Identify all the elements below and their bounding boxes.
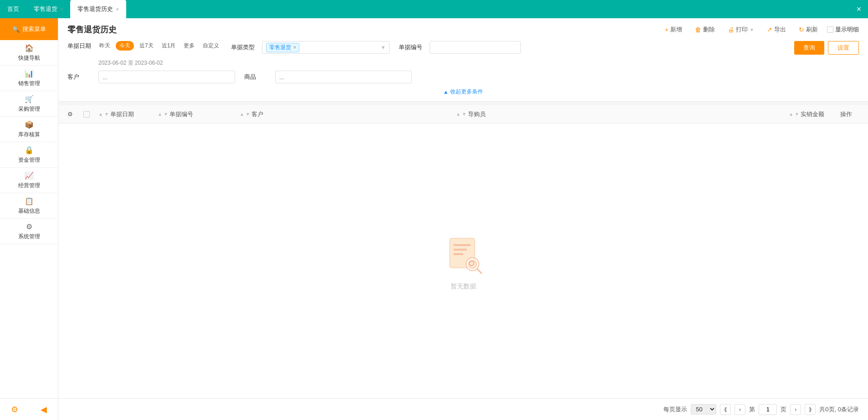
sidebar-nav: 🏠 快捷导航 📊 销售管理 🛒 采购管理 📦 库存核算 🔒 资金管理 📈 xyxy=(0,40,58,398)
refresh-button[interactable]: ↻ 刷新 xyxy=(795,24,822,36)
system-icon: ⚙ xyxy=(25,222,34,231)
sidebar-item-operation-label: 经营管理 xyxy=(18,182,40,190)
empty-state: 暂无数据 xyxy=(58,123,868,398)
delete-button[interactable]: 🗑 删除 xyxy=(691,24,719,36)
collapse-button[interactable]: ▲ 收起更多条件 xyxy=(443,88,483,96)
th-sort-amount-asc[interactable]: ▲ xyxy=(789,112,793,117)
svg-rect-3 xyxy=(453,253,463,255)
th-date-label: 单据日期 xyxy=(110,110,134,118)
date-btn-today[interactable]: 今天 xyxy=(116,41,134,51)
tab-home[interactable]: 首页 xyxy=(0,0,26,18)
delete-icon: 🗑 xyxy=(695,26,701,33)
collapse-sidebar-icon[interactable]: ◀ xyxy=(41,405,47,415)
operation-icon: 📈 xyxy=(25,171,34,180)
th-settings[interactable]: ⚙ xyxy=(62,111,78,118)
query-button[interactable]: 查询 xyxy=(794,41,824,55)
print-label: 打印 xyxy=(736,26,748,34)
search-icon: 🔍 xyxy=(12,26,20,33)
th-action-label: 操作 xyxy=(840,110,852,118)
date-btn-more[interactable]: 更多 xyxy=(181,41,197,51)
th-sort-guide-asc[interactable]: ▲ xyxy=(456,112,461,117)
first-page-button[interactable]: ⟪ xyxy=(720,404,731,415)
page-size-select[interactable]: 50 100 200 xyxy=(691,404,716,415)
sidebar-item-finance-label: 资金管理 xyxy=(18,156,40,164)
date-btn-7days[interactable]: 近7天 xyxy=(137,41,156,51)
th-select-all[interactable] xyxy=(78,111,95,118)
th-docno: ▲ ▼ 单据编号 xyxy=(154,110,236,118)
doc-type-select[interactable]: 零售退货 × ▼ xyxy=(262,41,390,54)
svg-rect-1 xyxy=(453,244,471,246)
next-page-button[interactable]: › xyxy=(790,404,801,415)
sidebar-item-finance[interactable]: 🔒 资金管理 xyxy=(0,142,58,168)
th-guide: ▲ ▼ 导购员 xyxy=(452,110,669,118)
filter-row-2: 客户 商品 xyxy=(67,71,859,83)
pagination-bar: 每页显示 50 100 200 ⟪ ‹ 第 页 › ⟫ 共0页, 0条记录 xyxy=(58,398,868,420)
goods-input[interactable] xyxy=(279,74,408,81)
th-sort-guide-desc[interactable]: ▼ xyxy=(462,112,467,117)
sidebar-item-quick-nav[interactable]: 🏠 快捷导航 xyxy=(0,40,58,66)
finance-icon: 🔒 xyxy=(25,145,34,154)
export-icon: ↗ xyxy=(767,26,772,33)
delete-label: 删除 xyxy=(703,26,715,34)
th-guide-label: 导购员 xyxy=(468,110,486,118)
tab-retail-return-history[interactable]: 零售退货历史 × xyxy=(70,0,126,18)
th-sort-customer-asc[interactable]: ▲ xyxy=(240,112,244,117)
doc-type-tag-close[interactable]: × xyxy=(293,44,296,51)
tab-retail-return-close[interactable]: × xyxy=(60,6,63,12)
new-button[interactable]: + 新增 xyxy=(661,24,686,36)
total-text: 共0页, 0条记录 xyxy=(819,405,859,414)
date-btn-custom[interactable]: 自定义 xyxy=(200,41,222,51)
th-amount-label: 实销金额 xyxy=(801,110,824,118)
set-button[interactable]: 设置 xyxy=(828,41,859,55)
page-header: 零售退货历史 + 新增 🗑 删除 🖨 打印 ▼ xyxy=(58,18,868,102)
sidebar-item-sales[interactable]: 📊 销售管理 xyxy=(0,66,58,91)
table-header: ⚙ ▲ ▼ 单据日期 ▲ ▼ 单据编号 ▲ ▼ 客户 xyxy=(58,105,868,123)
tab-retail-return-history-close[interactable]: × xyxy=(116,6,118,12)
sidebar-search[interactable]: 🔍 搜索菜单 xyxy=(0,18,58,40)
sidebar-item-inventory[interactable]: 📦 库存核算 xyxy=(0,117,58,142)
doc-no-input[interactable] xyxy=(434,44,517,51)
date-btn-yesterday[interactable]: 昨天 xyxy=(97,41,113,51)
th-sort-docno-desc[interactable]: ▼ xyxy=(164,112,168,117)
tab-home-label: 首页 xyxy=(7,5,19,13)
sidebar-item-system-label: 系统管理 xyxy=(18,233,40,241)
th-sort-date-asc[interactable]: ▲ xyxy=(98,112,103,117)
inventory-icon: 📦 xyxy=(25,120,34,129)
customer-input[interactable] xyxy=(103,74,231,81)
sidebar-item-system[interactable]: ⚙ 系统管理 xyxy=(0,219,58,244)
show-detail-checkbox[interactable] xyxy=(827,26,833,33)
tab-retail-return[interactable]: 零售退货 × xyxy=(26,0,70,18)
sidebar-item-sales-label: 销售管理 xyxy=(18,80,40,87)
filter-row-1: 单据日期 昨天 今天 近7天 近1月 更多 自定义 单据类型 xyxy=(67,41,859,55)
base-info-icon: 📋 xyxy=(25,196,34,205)
sidebar-item-purchase[interactable]: 🛒 采购管理 xyxy=(0,91,58,117)
window-close-button[interactable]: × xyxy=(850,0,868,18)
page-number-input[interactable] xyxy=(759,404,777,415)
th-sort-customer-desc[interactable]: ▼ xyxy=(246,112,250,117)
goods-label: 商品 xyxy=(244,73,272,81)
select-all-checkbox[interactable] xyxy=(83,111,90,118)
svg-rect-2 xyxy=(453,249,467,251)
sidebar-bottom: ⚙ ◀ xyxy=(0,398,58,420)
settings-icon: ⚙ xyxy=(67,111,73,118)
new-label: 新增 xyxy=(670,26,682,34)
date-btn-1month[interactable]: 近1月 xyxy=(159,41,179,51)
sidebar-search-label: 搜索菜单 xyxy=(22,25,46,33)
customer-input-wrap xyxy=(98,71,235,83)
date-range-display: 2023-06-02 至 2023-06-02 xyxy=(98,59,163,67)
prev-page-button[interactable]: ‹ xyxy=(734,404,745,415)
table-area: ⚙ ▲ ▼ 单据日期 ▲ ▼ 单据编号 ▲ ▼ 客户 xyxy=(58,105,868,398)
empty-text: 暂无数据 xyxy=(451,282,476,291)
collapse-icon: ▲ xyxy=(443,89,449,95)
content-area: 零售退货历史 + 新增 🗑 删除 🖨 打印 ▼ xyxy=(58,18,868,420)
settings-bottom-icon[interactable]: ⚙ xyxy=(11,405,18,415)
th-sort-amount-desc[interactable]: ▼ xyxy=(795,112,799,117)
th-sort-docno-asc[interactable]: ▲ xyxy=(158,112,162,117)
last-page-button[interactable]: ⟫ xyxy=(805,404,816,415)
th-sort-date-desc[interactable]: ▼ xyxy=(104,112,109,117)
sidebar-item-operation[interactable]: 📈 经营管理 xyxy=(0,168,58,193)
page-title-row: 零售退货历史 + 新增 🗑 删除 🖨 打印 ▼ xyxy=(67,24,859,36)
sidebar-item-base-info[interactable]: 📋 基础信息 xyxy=(0,193,58,219)
print-button[interactable]: 🖨 打印 ▼ xyxy=(724,24,758,36)
export-button[interactable]: ↗ 导出 xyxy=(763,24,790,36)
